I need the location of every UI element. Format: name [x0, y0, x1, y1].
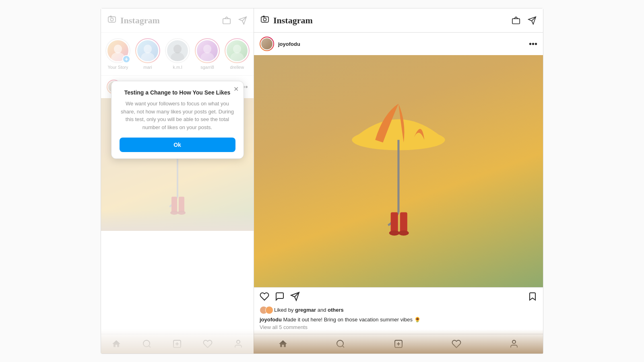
right-comment-button[interactable]	[275, 292, 285, 304]
right-send-button[interactable]	[528, 16, 537, 25]
right-like-button[interactable]	[260, 292, 269, 304]
liked-by-prefix: Liked by	[274, 307, 295, 313]
svg-rect-27	[261, 16, 268, 22]
right-post-avatar	[260, 37, 273, 50]
right-post-more-button[interactable]: •••	[529, 39, 537, 49]
modal-ok-button[interactable]: Ok	[120, 138, 235, 152]
right-panel: Instagram	[254, 8, 543, 354]
right-umbrella-svg	[346, 99, 451, 243]
svg-rect-34	[391, 212, 398, 233]
right-post-header: joyofodu •••	[254, 33, 543, 55]
caption-username: joyofodu	[260, 317, 282, 323]
svg-rect-30	[512, 19, 520, 24]
right-logo: Instagram	[260, 15, 313, 26]
left-panel: Instagram	[101, 8, 254, 354]
modal-title: Testing a Change to How You See Likes	[120, 89, 235, 96]
liked-text: Liked by gregmar and others	[274, 307, 344, 313]
liked-avatars	[260, 306, 271, 314]
right-post-user: joyofodu	[260, 37, 300, 51]
right-header: Instagram	[254, 8, 543, 33]
right-camera-icon	[260, 15, 269, 26]
right-action-icons-left	[260, 292, 300, 304]
right-logo-text: Instagram	[273, 15, 313, 26]
right-bookmark-button[interactable]	[528, 292, 537, 304]
liked-by-user: gregmar	[295, 307, 316, 313]
liked-by-section: Liked by gregmar and others	[260, 306, 537, 314]
right-post-username: joyofodu	[278, 41, 300, 47]
svg-point-28	[263, 18, 266, 21]
right-share-button[interactable]	[290, 292, 300, 304]
modal-box: ✕ Testing a Change to How You See Likes …	[111, 81, 244, 159]
liked-by-others: others	[328, 307, 344, 313]
modal-overlay: ✕ Testing a Change to How You See Likes …	[101, 8, 254, 354]
liked-by-and: and	[316, 307, 328, 313]
svg-rect-35	[400, 212, 407, 233]
right-post-avatar-ring	[260, 37, 274, 51]
svg-point-36	[389, 230, 400, 236]
right-tv-button[interactable]	[512, 16, 520, 25]
right-header-icons	[512, 16, 537, 25]
right-post-image	[254, 55, 543, 287]
liked-avatar-2	[265, 306, 273, 314]
svg-point-37	[398, 230, 409, 236]
caption-main: Made it out here! Bring on those vacatio…	[283, 317, 421, 323]
right-actions	[254, 287, 543, 306]
modal-close-button[interactable]: ✕	[233, 85, 239, 93]
modal-body: We want your followers to focus on what …	[120, 100, 235, 131]
caption-text: joyofodu Made it out here! Bring on thos…	[260, 316, 537, 324]
